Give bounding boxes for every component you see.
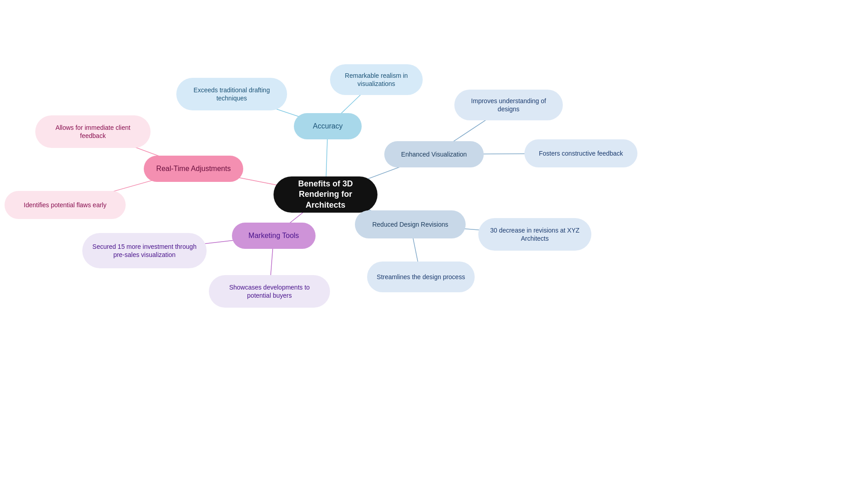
thirty-label: 30 decrease in revisions at XYZ Architec… — [487, 226, 582, 243]
secured-node: Secured 15 more investment through pre-s… — [82, 233, 207, 268]
accuracy-node: Accuracy — [294, 113, 362, 139]
realtime-node: Real-Time Adjustments — [144, 156, 243, 182]
center-label: Benefits of 3D Rendering for Architects — [283, 179, 368, 210]
secured-label: Secured 15 more investment through pre-s… — [91, 243, 198, 259]
enhanced-label: Enhanced Visualization — [401, 150, 467, 158]
reduced-node: Reduced Design Revisions — [355, 210, 466, 238]
exceeds-label: Exceeds traditional drafting techniques — [185, 86, 278, 102]
improves-node: Improves understanding of designs — [454, 90, 563, 120]
immediate-label: Allows for immediate client feedback — [44, 124, 142, 140]
improves-label: Improves understanding of designs — [463, 97, 554, 113]
streamlines-label: Streamlines the design process — [377, 273, 465, 281]
fosters-node: Fosters constructive feedback — [524, 139, 637, 167]
center-node: Benefits of 3D Rendering for Architects — [274, 176, 377, 213]
marketing-node: Marketing Tools — [232, 223, 316, 249]
streamlines-node: Streamlines the design process — [367, 262, 475, 292]
enhanced-node: Enhanced Visualization — [384, 141, 484, 167]
marketing-label: Marketing Tools — [249, 231, 299, 241]
thirty-node: 30 decrease in revisions at XYZ Architec… — [478, 218, 591, 251]
reduced-label: Reduced Design Revisions — [372, 220, 448, 228]
exceeds-node: Exceeds traditional drafting techniques — [176, 78, 287, 110]
immediate-node: Allows for immediate client feedback — [35, 115, 151, 148]
flaws-label: Identifies potential flaws early — [24, 201, 107, 209]
showcases-label: Showcases developments to potential buye… — [218, 283, 321, 300]
showcases-node: Showcases developments to potential buye… — [209, 275, 330, 308]
remarkable-node: Remarkable realism in visualizations — [330, 64, 423, 95]
remarkable-label: Remarkable realism in visualizations — [339, 71, 414, 88]
accuracy-label: Accuracy — [313, 122, 343, 131]
realtime-label: Real-Time Adjustments — [156, 164, 231, 174]
fosters-label: Fosters constructive feedback — [539, 149, 623, 157]
flaws-node: Identifies potential flaws early — [5, 191, 126, 219]
